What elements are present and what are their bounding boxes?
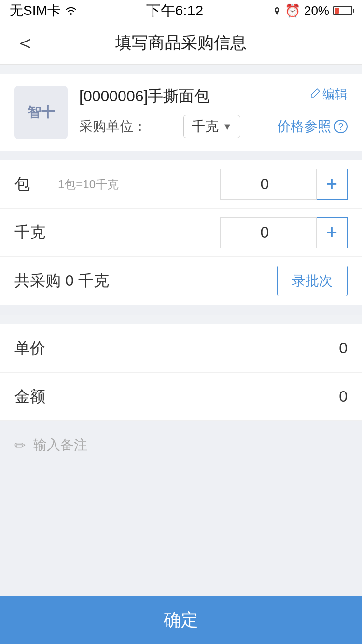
price-section: 单价 0 金额 0 (0, 324, 362, 421)
kg-input-control: + (220, 217, 348, 248)
bag-quantity-input[interactable] (220, 169, 317, 200)
product-name: [0000006]手撕面包 (79, 86, 209, 107)
product-thumb-text: 智十 (28, 103, 55, 122)
bag-input-row: 包 1包=10千克 + (0, 160, 362, 209)
kg-plus-button[interactable]: + (317, 217, 348, 248)
kg-input-row: 千克 + (0, 209, 362, 257)
empty-space (0, 469, 362, 596)
status-right: ⏰ 20% (273, 3, 352, 18)
bag-input-control: + (220, 169, 348, 200)
info-icon: ? (334, 120, 348, 133)
status-bar: 无SIM卡 下午6:12 ⏰ 20% (0, 0, 362, 21)
product-info: [0000006]手撕面包 编辑 采购单位： 千克 ▼ 价格参照 ? (79, 86, 348, 138)
remark-section[interactable]: ✏ 输入备注 (0, 421, 362, 469)
bag-plus-button[interactable]: + (317, 169, 348, 200)
product-thumbnail: 智十 (14, 86, 68, 139)
divider-2 (0, 305, 362, 315)
unit-row: 采购单位： 千克 ▼ 价格参照 ? (79, 115, 348, 138)
unit-value: 千克 (192, 117, 219, 136)
amount-label: 金额 (14, 386, 45, 407)
record-batch-button[interactable]: 录批次 (277, 266, 348, 296)
edit-button[interactable]: 编辑 (310, 86, 348, 103)
product-card: 智十 [0000006]手撕面包 编辑 采购单位： 千克 ▼ 价格 (0, 74, 362, 151)
unit-price-row: 单价 0 (0, 324, 362, 373)
pencil-icon: ✏ (14, 437, 26, 453)
status-left: 无SIM卡 (10, 1, 76, 20)
amount-value: 0 (339, 388, 348, 406)
battery-icon (333, 6, 352, 15)
location-icon (273, 3, 281, 18)
back-icon: ＜ (14, 30, 36, 54)
plus-icon: + (326, 173, 337, 195)
chevron-down-icon: ▼ (223, 121, 232, 132)
price-ref-button[interactable]: 价格参照 ? (277, 117, 348, 136)
nav-bar: ＜ 填写商品采购信息 (0, 21, 362, 65)
product-name-row: [0000006]手撕面包 编辑 (79, 86, 348, 107)
unit-selector[interactable]: 千克 ▼ (183, 115, 240, 138)
price-ref-label: 价格参照 (277, 117, 331, 136)
bag-sublabel: 1包=10千克 (58, 177, 220, 192)
divider-1 (0, 151, 362, 160)
wifi-icon (66, 3, 76, 18)
confirm-label: 确定 (164, 608, 198, 632)
back-button[interactable]: ＜ (10, 24, 41, 62)
signal-text: 无SIM卡 (10, 1, 61, 20)
edit-label: 编辑 (322, 86, 348, 103)
page-title: 填写商品采购信息 (115, 32, 247, 54)
summary-text: 共采购 0 千克 (14, 270, 109, 292)
alarm-icon: ⏰ (285, 3, 300, 18)
edit-icon (310, 87, 320, 102)
plus-icon-kg: + (326, 222, 337, 243)
bag-label: 包 (14, 174, 53, 195)
unit-label: 采购单位： (79, 117, 147, 136)
confirm-button[interactable]: 确定 (0, 596, 362, 644)
unit-price-value: 0 (339, 339, 348, 357)
kg-label: 千克 (14, 222, 53, 243)
unit-price-label: 单价 (14, 338, 45, 359)
battery-text: 20% (304, 3, 329, 18)
remark-placeholder: 输入备注 (33, 436, 87, 454)
kg-quantity-input[interactable] (220, 217, 317, 248)
status-time: 下午6:12 (146, 1, 203, 21)
summary-row: 共采购 0 千克 录批次 (0, 257, 362, 305)
input-section: 包 1包=10千克 + 千克 + (0, 160, 362, 257)
amount-row: 金额 0 (0, 373, 362, 421)
